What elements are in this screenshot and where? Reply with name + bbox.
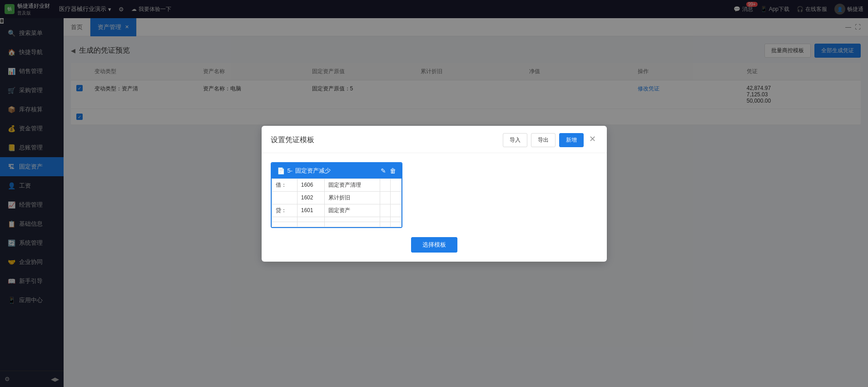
modal-body: 📄 5-固定资产减少 ✎ 🗑 借： 1606 固	[262, 153, 607, 262]
template-entry-row-1: 借： 1606 固定资产清理	[272, 179, 401, 191]
modal-set-voucher-template: 设置凭证模板 导入 导出 新增 ✕ 📄 5-固定资产减少 ✎ 🗑	[262, 126, 607, 262]
template-edit-icon[interactable]: ✎	[381, 167, 386, 174]
template-entry-row-2: 1602 累计折旧	[272, 191, 401, 204]
modal-title: 设置凭证模板	[271, 135, 314, 145]
entry-name-1: 固定资产清理	[324, 179, 380, 191]
template-card-body: 借： 1606 固定资产清理 1602 累计折旧	[272, 179, 402, 227]
template-card-header: 📄 5-固定资产减少 ✎ 🗑	[272, 163, 402, 179]
entry-amount-col-3	[380, 191, 390, 204]
entry-amount-col-1	[380, 179, 390, 191]
entry-amount-col-2	[391, 179, 401, 191]
modal-header: 设置凭证模板 导入 导出 新增 ✕	[262, 126, 607, 153]
template-card-title: 📄 5-固定资产减少	[277, 167, 331, 175]
entry-type-2	[272, 191, 297, 204]
modal-overlay[interactable]: 设置凭证模板 导入 导出 新增 ✕ 📄 5-固定资产减少 ✎ 🗑	[0, 0, 868, 387]
template-doc-icon: 📄	[277, 167, 285, 174]
entry-name-2: 累计折旧	[324, 191, 380, 204]
template-card: 📄 5-固定资产减少 ✎ 🗑 借： 1606 固	[271, 162, 402, 228]
entry-code-2: 1602	[297, 191, 324, 204]
entry-type-1: 借：	[272, 179, 297, 191]
import-button[interactable]: 导入	[503, 133, 527, 147]
select-template-button[interactable]: 选择模板	[411, 237, 457, 253]
export-button[interactable]: 导出	[531, 133, 556, 147]
template-delete-icon[interactable]: 🗑	[390, 167, 396, 174]
entry-type-3: 贷：	[272, 204, 297, 217]
template-id: 5-	[288, 167, 293, 174]
template-entry-row-4	[272, 217, 401, 222]
entry-amount-col-6	[391, 204, 401, 217]
modal-close-icon[interactable]: ✕	[587, 133, 598, 147]
template-entry-row-5	[272, 222, 401, 227]
entry-amount-col-5	[380, 204, 390, 217]
template-card-actions: ✎ 🗑	[381, 167, 396, 174]
entry-amount-col-4	[391, 191, 401, 204]
entry-name-3: 固定资产	[324, 204, 380, 217]
template-entry-row-3: 贷： 1601 固定资产	[272, 204, 401, 217]
new-template-button[interactable]: 新增	[559, 133, 584, 147]
entry-code-3: 1601	[297, 204, 324, 217]
entry-code-1: 1606	[297, 179, 324, 191]
template-select-btn-area: 选择模板	[271, 237, 598, 253]
template-entries-table: 借： 1606 固定资产清理 1602 累计折旧	[272, 179, 402, 227]
template-name: 固定资产减少	[295, 167, 331, 175]
modal-header-actions: 导入 导出 新增 ✕	[503, 133, 598, 147]
